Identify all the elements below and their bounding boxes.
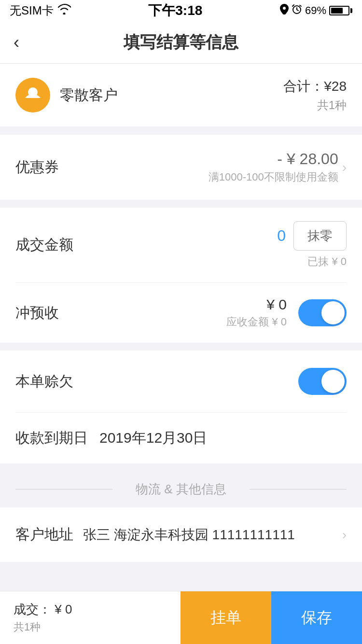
status-bar: 无SIM卡 下午3:18 69% [0,0,362,21]
debt-section: 本单赊欠 收款到期日 2019年12月30日 [0,350,362,463]
coupon-desc: 满1000-100不限制使用金额 [209,170,338,184]
coupon-row[interactable]: 优惠券 - ¥ 28.00 满1000-100不限制使用金额 › [0,134,362,200]
due-date-row: 收款到期日 2019年12月30日 [15,412,347,463]
footer-count: 共1种 [14,620,167,634]
address-chevron-icon: › [342,527,347,543]
prepay-toggle[interactable] [298,299,347,326]
divider-line-right [250,489,347,490]
debt-toggle-knob [321,370,345,393]
due-date-value: 2019年12月30日 [99,428,207,448]
hold-button[interactable]: 挂单 [181,591,271,644]
status-time: 下午3:18 [148,1,202,20]
logistics-divider: 物流 & 其他信息 [0,471,362,507]
round-button[interactable]: 抹零 [293,221,347,251]
debt-toggle[interactable] [298,368,347,395]
prepay-sub: 应收金额 ¥ 0 [226,315,287,329]
debt-label: 本单赊欠 [15,372,73,392]
deal-section: 成交金额 0 抹零 已抹 ¥ 0 冲预收 ¥ 0 应收金额 ¥ 0 [0,208,362,343]
prepay-values: ¥ 0 应收金额 ¥ 0 [226,296,287,329]
status-left: 无SIM卡 [10,3,71,18]
prepay-row: 冲预收 ¥ 0 应收金额 ¥ 0 [15,283,347,343]
avatar [15,78,50,112]
footer-deal-amount: ¥ 0 [55,602,72,616]
coupon-value: - ¥ 28.00 满1000-100不限制使用金额 [209,150,338,184]
customer-summary: 合计：¥28 共1种 [283,77,347,113]
prepay-right: ¥ 0 应收金额 ¥ 0 [226,296,347,329]
address-value: 张三 海淀永丰科技园 11111111111 [83,526,342,544]
address-label: 客户地址 [15,525,73,545]
coupon-label: 优惠券 [15,157,59,177]
nav-bar: ‹ 填写结算等信息 [0,21,362,64]
customer-name: 零散客户 [60,85,118,105]
customer-section: 零散客户 合计：¥28 共1种 [0,64,362,126]
toggle-knob [321,301,345,324]
carrier-text: 无SIM卡 [10,3,54,18]
due-date-label: 收款到期日 [15,428,88,448]
battery-percent: 69% [305,4,326,17]
debt-row: 本单赊欠 [15,350,347,412]
total-amount: 合计：¥28 [283,77,347,96]
status-right: 69% [280,4,352,17]
footer-deal: 成交： ¥ 0 [14,601,167,618]
battery-icon [329,6,352,15]
deal-value-row: 0 抹零 [277,221,347,251]
deal-amount-label: 成交金额 [15,235,73,255]
customer-left: 零散客户 [15,78,118,112]
divider-line-left [15,489,112,490]
back-button[interactable]: ‹ [14,32,19,53]
deal-amount-row: 成交金额 0 抹零 已抹 ¥ 0 [15,208,347,283]
save-button[interactable]: 保存 [271,591,362,644]
location-icon [280,4,289,17]
wifi-icon [57,4,71,17]
deal-amount-value: 0 [277,227,286,245]
address-row[interactable]: 客户地址 张三 海淀永丰科技园 11111111111 › [15,507,347,562]
prepay-amount: ¥ 0 [226,296,287,313]
address-section: 客户地址 张三 海淀永丰科技园 11111111111 › [0,507,362,562]
footer: 成交： ¥ 0 共1种 挂单 保存 [0,591,362,644]
total-count: 共1种 [283,98,347,113]
coupon-section[interactable]: 优惠券 - ¥ 28.00 满1000-100不限制使用金额 › [0,134,362,200]
footer-info: 成交： ¥ 0 共1种 [0,591,181,644]
prepay-label: 冲预收 [15,303,59,323]
footer-deal-label: 成交： [14,602,51,616]
deal-sub-text: 已抹 ¥ 0 [307,254,347,269]
logistics-label: 物流 & 其他信息 [128,481,234,498]
coupon-right: - ¥ 28.00 满1000-100不限制使用金额 › [209,150,347,184]
page-title: 填写结算等信息 [124,31,238,54]
coupon-amount: - ¥ 28.00 [209,150,338,168]
chevron-right-icon: › [342,160,347,175]
alarm-icon [292,4,302,17]
customer-row: 零散客户 合计：¥28 共1种 [0,64,362,126]
